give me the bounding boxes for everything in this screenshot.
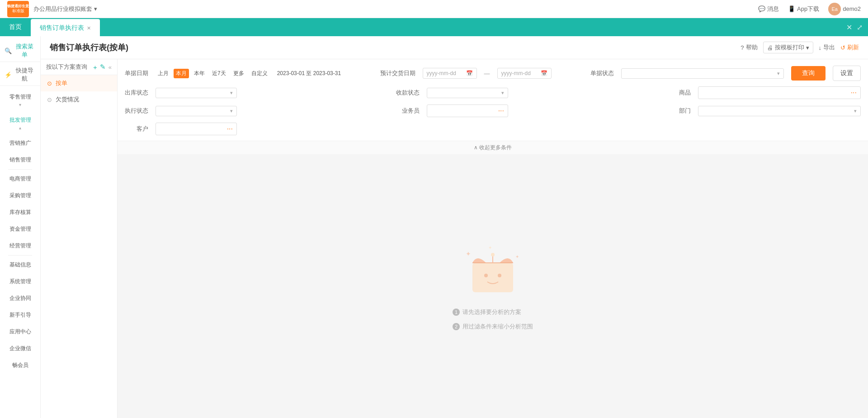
help-btn[interactable]: ? 帮助 <box>741 43 757 52</box>
forecast-date-end-placeholder: yyyy-mm-dd <box>501 70 531 76</box>
date-range-text: 2023-03-01 至 2023-03-31 <box>277 70 341 77</box>
sidebar-item-ecommerce-label: 电商管理 <box>9 175 31 183</box>
plan-item-欠货情况[interactable]: ⊙ 欠货情况 <box>41 91 117 108</box>
query-button[interactable]: 查询 <box>791 66 826 81</box>
sidebar-item-wecom[interactable]: 企业微信 <box>0 340 40 357</box>
customer-input[interactable]: ··· <box>156 123 237 135</box>
forecast-date-start[interactable]: yyyy-mm-dd 📅 <box>423 68 477 79</box>
tab-sales-order-label: 销售订单执行表 <box>40 24 84 32</box>
sidebar-item-enterprise[interactable]: 企业协同 <box>0 290 40 307</box>
sidebar-item-enterprise-label: 企业协同 <box>9 294 31 302</box>
sidebar-item-marketing[interactable]: 营销推广 <box>0 135 40 152</box>
shortcut-this-year[interactable]: 本年 <box>192 69 207 78</box>
tab-close-all-icon[interactable]: ✕ <box>846 23 852 32</box>
app-title-arrow: ▾ <box>94 5 97 12</box>
sidebar-item-basic[interactable]: 基础信息 <box>0 256 40 273</box>
user-menu[interactable]: Ea demo2 <box>828 3 861 15</box>
tip-num-2: 2 <box>453 323 460 330</box>
sub-sidebar-collapse-icon[interactable]: « <box>108 64 112 71</box>
sidebar-quick-nav[interactable]: ⚡ 快捷导航 <box>0 64 40 86</box>
sidebar-item-wecom-label: 企业微信 <box>9 345 31 352</box>
filter-section: 单据日期 上月 本月 本年 近7天 更多 自定义 2023-03-01 至 20… <box>118 59 868 154</box>
svg-text:✦: ✦ <box>488 245 492 250</box>
dept-label: 部门 <box>667 107 691 115</box>
goods-input[interactable]: ··· <box>698 86 861 99</box>
refresh-btn[interactable]: ↺ 刷新 <box>840 43 859 52</box>
exec-arrow: ▾ <box>230 108 233 114</box>
tab-expand-icon[interactable]: ⤢ <box>857 23 863 32</box>
export-icon: ↓ <box>819 44 822 51</box>
sidebar-item-finance[interactable]: 资金管理 <box>0 221 40 238</box>
shortcut-7days[interactable]: 近7天 <box>210 69 228 78</box>
payment-select[interactable]: ▾ <box>427 88 508 98</box>
shortcut-custom[interactable]: 自定义 <box>249 69 270 78</box>
page-title-row: 销售订单执行表(按单) ? 帮助 🖨 按模板打印 ▾ ↓ 导出 <box>50 42 859 53</box>
sidebar-item-sales[interactable]: 销售管理 <box>0 152 40 168</box>
goods-dots: ··· <box>851 89 857 97</box>
page-title: 销售订单执行表(按单) <box>50 42 128 53</box>
sidebar-quick-label: 快捷导航 <box>14 66 36 83</box>
status-select[interactable]: ▾ <box>621 68 784 79</box>
sidebar-item-member[interactable]: 畅会员 <box>0 357 40 374</box>
sidebar-item-purchase-label: 采购管理 <box>9 192 31 200</box>
goods-label: 商品 <box>667 89 691 97</box>
settings-button[interactable]: 设置 <box>833 66 861 81</box>
shortcut-last-month[interactable]: 上月 <box>156 69 171 78</box>
plan-item-按单[interactable]: ⊙ 按单 <box>41 75 117 91</box>
sidebar-item-operation-label: 经营管理 <box>9 242 31 250</box>
sidebar-item-purchase[interactable]: 采购管理 <box>0 187 40 204</box>
chevron-down-icon: ▾ <box>19 102 21 107</box>
avatar: Ea <box>828 3 841 15</box>
plan-item-label-欠货情况: 欠货情况 <box>56 95 79 104</box>
sidebar-item-system[interactable]: 系统管理 <box>0 273 40 290</box>
dept-select[interactable]: ▾ <box>698 106 861 116</box>
shortcut-this-month[interactable]: 本月 <box>174 69 189 78</box>
shortcut-more[interactable]: 更多 <box>231 69 246 78</box>
message-btn[interactable]: 💬 消息 <box>758 5 779 13</box>
download-icon: 📱 <box>788 5 795 12</box>
tab-home[interactable]: 首页 <box>0 18 31 36</box>
message-label: 消息 <box>767 5 779 13</box>
app-title-dropdown[interactable]: 办公用品行业模拟账套 ▾ <box>33 5 97 13</box>
tip-num-1: 1 <box>453 309 460 316</box>
sidebar-item-ecommerce[interactable]: 电商管理 <box>0 171 40 187</box>
sub-sidebar-icons: + ✎ « <box>93 63 112 71</box>
help-label: 帮助 <box>746 43 758 52</box>
export-btn[interactable]: ↓ 导出 <box>819 43 835 52</box>
tab-sales-order[interactable]: 销售订单执行表 ✕ <box>31 19 100 37</box>
help-icon: ? <box>741 44 744 51</box>
svg-point-8 <box>491 253 495 256</box>
sub-layout: 按以下方案查询 + ✎ « ⊙ 按单 ⊙ 欠货情况 <box>41 59 868 418</box>
salesperson-dots: ··· <box>498 107 504 115</box>
delivery-select[interactable]: ▾ <box>156 88 237 98</box>
forecast-date-end[interactable]: yyyy-mm-dd 📅 <box>497 68 552 79</box>
sidebar-item-wholesale[interactable]: 批发管理 ▴ <box>0 112 40 135</box>
print-label: 按模板打印 <box>775 43 804 52</box>
download-btn[interactable]: 📱 App下载 <box>788 5 819 13</box>
sub-sidebar-header: 按以下方案查询 + ✎ « <box>41 59 117 75</box>
exec-label: 执行状态 <box>125 107 148 115</box>
salesperson-input[interactable]: ··· <box>427 104 508 117</box>
sidebar-item-retail[interactable]: 零售管理 ▾ <box>0 89 40 112</box>
sidebar-item-system-label: 系统管理 <box>9 278 31 285</box>
tab-close-icon[interactable]: ✕ <box>87 25 91 31</box>
sidebar-item-inventory[interactable]: 库存核算 <box>0 204 40 221</box>
sidebar-item-apps[interactable]: 应用中心 <box>0 323 40 340</box>
sidebar-search[interactable]: 🔍 搜索菜单 <box>0 40 40 62</box>
message-icon: 💬 <box>758 5 765 12</box>
refresh-label: 刷新 <box>847 43 859 52</box>
sidebar-item-newguide[interactable]: 新手引导 <box>0 307 40 323</box>
sub-sidebar: 按以下方案查询 + ✎ « ⊙ 按单 ⊙ 欠货情况 <box>41 59 118 418</box>
sub-sidebar-add-icon[interactable]: + <box>93 63 97 71</box>
payment-arrow: ▾ <box>501 90 504 96</box>
sub-sidebar-edit-icon[interactable]: ✎ <box>100 63 106 71</box>
logo-subtext: 标准版 <box>12 9 24 14</box>
sidebar-item-retail-label: 零售管理 <box>9 93 31 101</box>
collapse-bar[interactable]: ∧ 收起更多条件 <box>118 141 868 154</box>
plan-item-icon-按单: ⊙ <box>47 80 52 87</box>
print-btn[interactable]: 🖨 按模板打印 ▾ <box>763 42 813 53</box>
exec-select[interactable]: ▾ <box>156 106 237 116</box>
svg-text:✦: ✦ <box>466 250 471 257</box>
sidebar-item-operation[interactable]: 经营管理 <box>0 238 40 254</box>
date-shortcuts: 上月 本月 本年 近7天 更多 自定义 <box>156 69 270 78</box>
